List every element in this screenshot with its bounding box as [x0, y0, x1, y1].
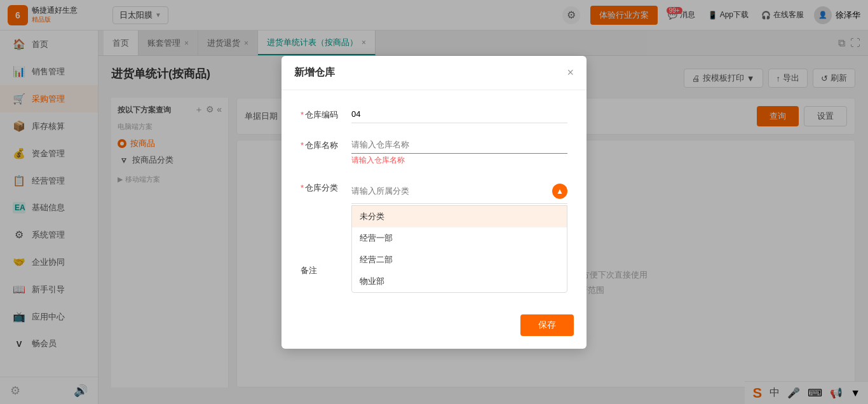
modal-footer: 保存 [281, 307, 587, 349]
code-input[interactable] [351, 105, 567, 123]
required-mark-name: * [301, 140, 304, 150]
required-mark: * [301, 110, 304, 119]
save-button[interactable]: 保存 [520, 314, 574, 336]
code-label: * 仓库编码 [301, 105, 351, 121]
category-text-input[interactable] [351, 182, 548, 199]
modal-header: 新增仓库 × [281, 56, 587, 90]
category-dropdown: 未分类 经营一部 经营二部 物业部 [351, 205, 567, 293]
name-input[interactable] [351, 136, 567, 154]
modal-close-button[interactable]: × [567, 66, 574, 79]
dropdown-item-unclassified[interactable]: 未分类 [352, 206, 567, 227]
form-row-name: * 仓库名称 请输入仓库名称 [301, 136, 567, 166]
dropdown-item-dept3[interactable]: 物业部 [352, 271, 567, 292]
modal-new-warehouse: 新增仓库 × * 仓库编码 * 仓库名称 [281, 56, 587, 349]
modal-title: 新增仓库 [294, 66, 335, 79]
category-input[interactable]: ▲ [351, 178, 567, 204]
modal-body: * 仓库编码 * 仓库名称 请输入仓库名称 [281, 90, 587, 307]
category-field: ▲ 未分类 经营一部 经营二部 物业部 [351, 178, 567, 204]
name-error-tip: 请输入仓库名称 [351, 155, 567, 166]
form-row-code: * 仓库编码 [301, 105, 567, 123]
code-field [351, 105, 567, 123]
category-arrow-icon[interactable]: ▲ [552, 184, 567, 199]
modal-overlay[interactable]: 新增仓库 × * 仓库编码 * 仓库名称 [0, 0, 868, 404]
form-row-category: * 仓库分类 ▲ 未分类 经营一部 经营二部 物业部 [301, 178, 567, 204]
dropdown-item-dept1[interactable]: 经营一部 [352, 227, 567, 249]
required-mark-cat: * [301, 183, 304, 192]
dropdown-item-dept2[interactable]: 经营二部 [352, 249, 567, 271]
name-label: * 仓库名称 [301, 136, 351, 151]
category-label: * 仓库分类 [301, 178, 351, 194]
name-field: 请输入仓库名称 [351, 136, 567, 166]
notes-label: 备注 [301, 261, 351, 276]
